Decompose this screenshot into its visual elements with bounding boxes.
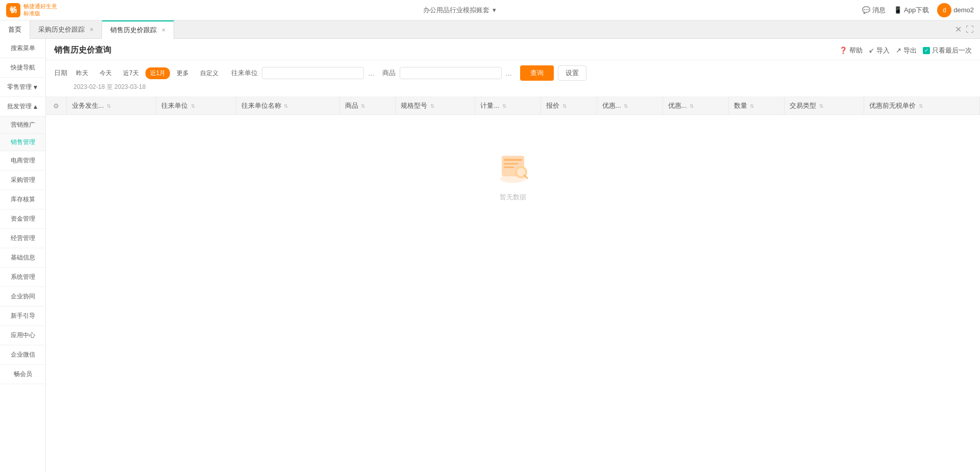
col-product[interactable]: 商品 ⇅ xyxy=(339,97,395,115)
counterparty-picker-btn[interactable]: ... xyxy=(368,69,374,77)
date-btn-7days[interactable]: 近7天 xyxy=(118,67,143,79)
date-btn-custom[interactable]: 自定义 xyxy=(195,67,223,79)
col-unit[interactable]: 计量... ⇅ xyxy=(475,97,541,115)
sidebar-item-ecommerce[interactable]: 电商管理 xyxy=(0,151,45,171)
message-btn[interactable]: 💬 消息 xyxy=(862,6,886,15)
date-btn-yesterday[interactable]: 昨天 xyxy=(71,67,93,79)
sort-arrows: ⇅ xyxy=(191,103,195,109)
sort-arrows: ⇅ xyxy=(361,103,365,109)
sidebar-item-purchase[interactable]: 采购管理 xyxy=(0,171,45,190)
sort-arrows: ⇅ xyxy=(107,103,111,109)
col-discount1[interactable]: 优惠... ⇅ xyxy=(597,97,663,115)
col-discount2[interactable]: 优惠... ⇅ xyxy=(663,97,728,115)
sidebar-item-marketing[interactable]: 营销推广 xyxy=(0,116,45,134)
sort-arrows: ⇅ xyxy=(624,103,628,109)
tab-close-purchase[interactable]: × xyxy=(90,26,93,33)
window-fullscreen-btn[interactable]: ⛶ xyxy=(966,25,974,34)
counterparty-input[interactable] xyxy=(262,67,364,79)
sidebar-item-basic-info[interactable]: 基础信息 xyxy=(0,248,45,268)
col-counterparty-code[interactable]: 往来单位 ⇅ xyxy=(156,97,236,115)
product-input[interactable] xyxy=(400,67,502,79)
phone-icon: 📱 xyxy=(894,6,902,14)
app-logo-text: 畅捷通好生意 标准版 xyxy=(23,3,57,16)
date-filter: 日期 昨天 今天 近7天 近1月 更多 自定义 xyxy=(54,67,223,79)
topbar: 畅 畅捷通好生意 标准版 办公用品行业模拟账套 ▾ 💬 消息 📱 App下载 d… xyxy=(0,0,980,20)
sort-arrows: ⇅ xyxy=(284,103,288,109)
industry-selector[interactable]: 办公用品行业模拟账套 ▾ xyxy=(423,6,496,15)
sort-arrows: ⇅ xyxy=(750,103,754,109)
sidebar-item-retail-mgmt[interactable]: 零售管理 ▼ xyxy=(0,78,45,97)
product-label: 商品 xyxy=(382,68,396,78)
date-btn-more[interactable]: 更多 xyxy=(172,67,193,79)
filter-bar: 日期 昨天 今天 近7天 近1月 更多 自定义 往来单位 ... xyxy=(46,60,980,97)
help-icon: ❓ xyxy=(839,46,847,54)
user-menu[interactable]: d demo2 xyxy=(937,3,974,17)
sidebar-item-finance[interactable]: 资金管理 xyxy=(0,209,45,229)
sidebar-item-inventory[interactable]: 库存核算 xyxy=(0,190,45,209)
import-btn[interactable]: ↙ 导入 xyxy=(869,46,890,55)
chevron-down-icon: ▼ xyxy=(33,84,39,91)
sidebar-item-search-menu[interactable]: 搜索菜单 xyxy=(0,39,45,58)
sidebar-item-quick-nav[interactable]: 快捷导航 xyxy=(0,58,45,78)
counterparty-filter: 往来单位 ... xyxy=(231,67,374,79)
empty-icon xyxy=(493,146,533,186)
settings-button[interactable]: 设置 xyxy=(558,65,586,81)
sidebar-item-beginner-guide[interactable]: 新手引导 xyxy=(0,306,45,326)
gear-icon[interactable]: ⚙ xyxy=(53,102,59,110)
sidebar-item-sales-mgmt[interactable]: 销售管理 xyxy=(0,134,45,151)
col-settings[interactable]: ⚙ xyxy=(46,97,66,115)
product-picker-btn[interactable]: ... xyxy=(506,69,512,77)
app-logo-icon: 畅 xyxy=(6,3,20,17)
sidebar-item-vip-member[interactable]: 畅会员 xyxy=(0,365,45,384)
date-btn-1month[interactable]: 近1月 xyxy=(145,67,170,79)
export-btn[interactable]: ↗ 导出 xyxy=(896,46,917,55)
sidebar-item-enterprise-wechat[interactable]: 企业微信 xyxy=(0,345,45,365)
col-quote-price[interactable]: 报价 ⇅ xyxy=(541,97,597,115)
sidebar-item-system[interactable]: 系统管理 xyxy=(0,268,45,287)
date-buttons: 昨天 今天 近7天 近1月 更多 自定义 xyxy=(71,67,223,79)
filter-row: 日期 昨天 今天 近7天 近1月 更多 自定义 往来单位 ... xyxy=(54,65,972,81)
window-close-btn[interactable]: ✕ xyxy=(955,25,962,34)
export-icon: ↗ xyxy=(896,46,901,54)
svg-rect-4 xyxy=(504,167,514,168)
logo-area: 畅 畅捷通好生意 标准版 xyxy=(6,3,57,17)
query-button[interactable]: 查询 xyxy=(520,65,554,81)
col-quantity[interactable]: 数量 ⇅ xyxy=(728,97,784,115)
col-spec[interactable]: 规格型号 ⇅ xyxy=(396,97,475,115)
date-btn-today[interactable]: 今天 xyxy=(95,67,116,79)
counterparty-label: 往来单位 xyxy=(231,68,258,78)
page-title: 销售历史价查询 xyxy=(54,45,111,56)
tab-sales-history[interactable]: 销售历史价跟踪 × xyxy=(102,20,174,39)
col-biz-date[interactable]: 业务发生... ⇅ xyxy=(66,97,156,115)
chevron-up-icon: ▲ xyxy=(33,103,39,110)
page-actions: ❓ 帮助 ↙ 导入 ↗ 导出 ✓ 只看最后一次 xyxy=(839,46,972,55)
data-table: ⚙ 业务发生... ⇅ 往来单位 ⇅ 往来单位名称 ⇅ xyxy=(46,97,980,115)
sort-arrows: ⇅ xyxy=(430,103,434,109)
import-icon: ↙ xyxy=(869,46,874,54)
view-last-checkbox[interactable]: ✓ 只看最后一次 xyxy=(923,46,972,55)
sidebar-item-enterprise-agreement[interactable]: 企业协同 xyxy=(0,287,45,306)
tab-home[interactable]: 首页 xyxy=(0,20,30,39)
svg-rect-3 xyxy=(504,163,518,164)
svg-rect-2 xyxy=(504,159,522,161)
tab-close-sales[interactable]: × xyxy=(162,27,165,34)
tabbar: 首页 采购历史价跟踪 × 销售历史价跟踪 × ✕ ⛶ xyxy=(0,20,980,39)
sort-arrows: ⇅ xyxy=(502,103,506,109)
sidebar-sub-wholesale: 营销推广 销售管理 xyxy=(0,116,45,151)
tab-purchase-history[interactable]: 采购历史价跟踪 × xyxy=(30,20,102,39)
date-label: 日期 xyxy=(54,68,67,78)
sort-arrows: ⇅ xyxy=(562,103,567,109)
table-header: ⚙ 业务发生... ⇅ 往来单位 ⇅ 往来单位名称 ⇅ xyxy=(46,97,980,115)
help-btn[interactable]: ❓ 帮助 xyxy=(839,46,863,55)
date-range-display: 2023-02-18 至 2023-03-18 xyxy=(54,83,972,91)
sidebar-item-app-center[interactable]: 应用中心 xyxy=(0,326,45,345)
product-filter: 商品 ... xyxy=(382,67,512,79)
col-counterparty-name[interactable]: 往来单位名称 ⇅ xyxy=(236,97,339,115)
sidebar-item-wholesale-mgmt[interactable]: 批发管理 ▲ xyxy=(0,97,45,116)
col-trade-type[interactable]: 交易类型 ⇅ xyxy=(785,97,864,115)
app-download-btn[interactable]: 📱 App下载 xyxy=(894,6,929,15)
col-pre-tax-price[interactable]: 优惠前无税单价 ⇅ xyxy=(864,97,980,115)
sort-arrows: ⇅ xyxy=(819,103,823,109)
page-header: 销售历史价查询 ❓ 帮助 ↙ 导入 ↗ 导出 ✓ 只看最后一次 xyxy=(46,39,980,60)
sidebar-item-operations[interactable]: 经营管理 xyxy=(0,229,45,248)
